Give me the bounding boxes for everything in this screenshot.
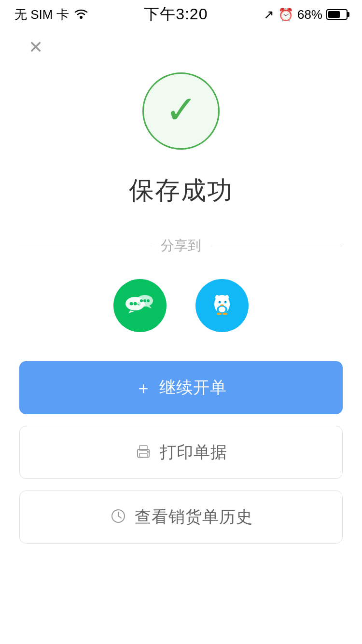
svg-point-21: [215, 295, 219, 300]
wechat-share-button[interactable]: [113, 279, 167, 332]
status-right: ↗ ⏰ 68%: [264, 7, 348, 22]
wechat-icon: [124, 289, 156, 322]
svg-point-8: [147, 299, 150, 302]
share-icons: [19, 279, 343, 332]
history-icon: [110, 507, 127, 527]
svg-point-22: [225, 295, 229, 300]
svg-point-18: [219, 307, 225, 312]
svg-point-20: [223, 313, 227, 315]
svg-point-2: [130, 302, 133, 306]
history-button[interactable]: 查看销货单历史: [19, 490, 343, 544]
svg-point-7: [143, 299, 146, 302]
status-left: 无 SIM 卡: [14, 6, 88, 23]
print-button[interactable]: 打印单据: [19, 426, 343, 479]
svg-point-0: [80, 16, 83, 19]
share-label: 分享到: [161, 237, 201, 255]
history-label: 查看销货单历史: [135, 506, 253, 528]
svg-line-29: [118, 516, 121, 518]
main-content: ✓ 保存成功 分享到: [0, 29, 362, 544]
svg-point-19: [217, 313, 222, 315]
share-section: 分享到: [0, 237, 362, 332]
carrier-label: 无 SIM 卡: [14, 6, 69, 23]
wifi-icon: [74, 7, 88, 22]
action-buttons: ＋ 继续开单 打印单据: [0, 361, 362, 544]
status-bar: 无 SIM 卡 下午3:20 ↗ ⏰ 68%: [0, 0, 362, 29]
svg-point-26: [147, 451, 149, 453]
print-label: 打印单据: [160, 441, 227, 463]
success-circle: ✓: [142, 72, 220, 150]
svg-point-6: [140, 299, 143, 302]
continue-label: 继续开单: [159, 377, 227, 399]
qq-share-button[interactable]: [195, 279, 249, 332]
status-time: 下午3:20: [144, 4, 208, 25]
battery-icon: [326, 9, 348, 20]
svg-point-14: [220, 301, 221, 302]
plus-icon: ＋: [135, 379, 152, 396]
close-button[interactable]: ✕: [23, 35, 48, 60]
divider-left: [19, 246, 151, 246]
close-icon: ✕: [28, 39, 43, 56]
alarm-icon: ⏰: [278, 7, 293, 22]
svg-point-15: [225, 301, 226, 302]
svg-rect-24: [139, 453, 147, 457]
share-divider: 分享到: [19, 237, 343, 255]
continue-button[interactable]: ＋ 继续开单: [19, 361, 343, 414]
checkmark-icon: ✓: [165, 91, 197, 129]
location-icon: ↗: [264, 7, 274, 22]
success-title: 保存成功: [129, 174, 233, 208]
battery-percent: 68%: [297, 7, 322, 22]
print-icon: [135, 443, 152, 462]
svg-point-3: [134, 302, 137, 306]
divider-right: [211, 246, 343, 246]
qq-icon: [208, 291, 237, 320]
